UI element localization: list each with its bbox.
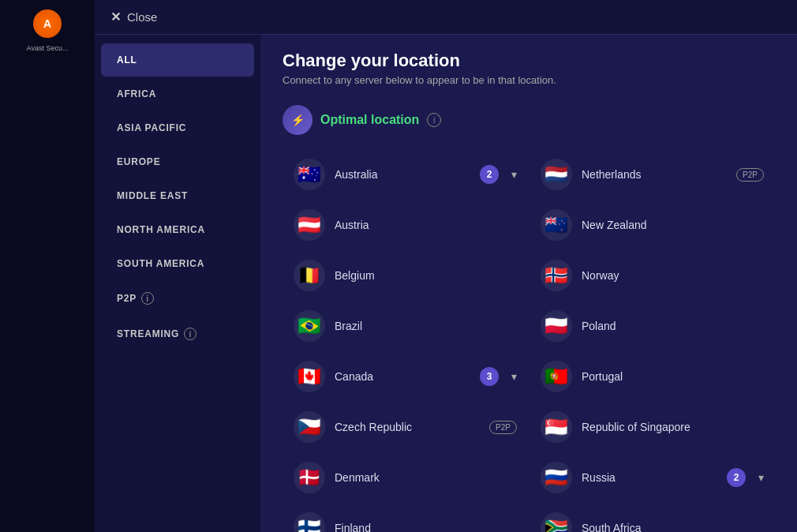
country-item-australia[interactable]: 🇦🇺 Australia 2 ▾ bbox=[283, 149, 528, 200]
expand-canada[interactable]: ▾ bbox=[511, 370, 517, 383]
expand-australia[interactable]: ▾ bbox=[511, 168, 517, 181]
p2p-info-icon: i bbox=[141, 292, 154, 305]
flag-south-africa: 🇿🇦 bbox=[541, 512, 572, 532]
page-title: Change your location bbox=[283, 51, 775, 71]
nav-panel: ALL AFRICA ASIA PACIFIC EUROPE MIDDLE EA… bbox=[95, 35, 260, 532]
country-name-netherlands: Netherlands bbox=[582, 168, 727, 181]
country-name-denmark: Denmark bbox=[335, 471, 517, 484]
flag-canada: 🇨🇦 bbox=[294, 361, 325, 392]
modal-body: ALL AFRICA ASIA PACIFIC EUROPE MIDDLE EA… bbox=[95, 35, 797, 532]
country-item-russia[interactable]: 🇷🇺 Russia 2 ▾ bbox=[529, 452, 775, 503]
country-name-australia: Australia bbox=[335, 168, 470, 181]
country-name-belgium: Belgium bbox=[335, 269, 517, 282]
flag-poland: 🇵🇱 bbox=[541, 310, 572, 342]
country-name-poland: Poland bbox=[582, 320, 764, 332]
flag-czech-republic: 🇨🇿 bbox=[294, 411, 325, 443]
country-item-belgium[interactable]: 🇧🇪 Belgium bbox=[283, 250, 528, 301]
country-item-canada[interactable]: 🇨🇦 Canada 3 ▾ bbox=[283, 351, 528, 402]
flag-brazil: 🇧🇷 bbox=[294, 310, 325, 342]
close-icon: ✕ bbox=[110, 9, 121, 24]
app-sidebar: A Avast Secu... bbox=[0, 0, 95, 532]
flag-norway: 🇳🇴 bbox=[541, 260, 572, 291]
country-item-finland[interactable]: 🇫🇮 Finland bbox=[283, 503, 528, 532]
country-name-norway: Norway bbox=[582, 269, 764, 282]
expand-russia[interactable]: ▾ bbox=[758, 471, 764, 484]
flag-singapore: 🇸🇬 bbox=[541, 411, 572, 443]
nav-item-asia-pacific[interactable]: ASIA PACIFIC bbox=[101, 111, 254, 144]
app-logo: A bbox=[33, 9, 62, 38]
country-item-denmark[interactable]: 🇩🇰 Denmark bbox=[283, 452, 528, 503]
flag-denmark: 🇩🇰 bbox=[294, 462, 325, 493]
flag-netherlands: 🇳🇱 bbox=[541, 159, 572, 190]
country-name-portugal: Portugal bbox=[582, 370, 764, 383]
countries-grid: 🇦🇺 Australia 2 ▾ 🇦🇹 Austria 🇧🇪 Belgium bbox=[283, 149, 775, 532]
close-button[interactable]: ✕ Close bbox=[110, 9, 157, 24]
nav-item-all[interactable]: ALL bbox=[101, 43, 254, 77]
flag-belgium: 🇧🇪 bbox=[294, 260, 325, 291]
server-count-russia: 2 bbox=[727, 468, 746, 487]
country-item-norway[interactable]: 🇳🇴 Norway bbox=[529, 250, 775, 301]
content-scroll: Optimal location i 🇦🇺 Australia 2 ▾ bbox=[260, 94, 797, 532]
flag-new-zealand: 🇳🇿 bbox=[541, 209, 572, 241]
p2p-badge-czech: P2P bbox=[489, 421, 517, 434]
country-item-singapore[interactable]: 🇸🇬 Republic of Singapore bbox=[529, 402, 775, 452]
country-name-czech-republic: Czech Republic bbox=[335, 421, 480, 433]
optimal-location-row[interactable]: Optimal location i bbox=[283, 105, 775, 135]
country-item-new-zealand[interactable]: 🇳🇿 New Zealand bbox=[529, 200, 775, 250]
close-label: Close bbox=[127, 10, 157, 24]
modal-header: ✕ Close bbox=[95, 0, 797, 35]
country-item-south-africa[interactable]: 🇿🇦 South Africa bbox=[529, 503, 775, 532]
country-item-austria[interactable]: 🇦🇹 Austria bbox=[283, 200, 528, 250]
country-name-canada: Canada bbox=[335, 370, 470, 383]
optimal-info-icon[interactable]: i bbox=[427, 113, 441, 127]
flag-australia: 🇦🇺 bbox=[294, 159, 325, 190]
country-item-portugal[interactable]: 🇵🇹 Portugal bbox=[529, 351, 775, 402]
streaming-info-icon: i bbox=[184, 328, 196, 340]
flag-russia: 🇷🇺 bbox=[541, 462, 572, 493]
country-name-south-africa: South Africa bbox=[582, 522, 764, 532]
nav-item-streaming[interactable]: STREAMING i bbox=[101, 317, 254, 351]
country-item-poland[interactable]: 🇵🇱 Poland bbox=[529, 301, 775, 351]
optimal-label: Optimal location bbox=[320, 113, 419, 127]
flag-austria: 🇦🇹 bbox=[294, 209, 325, 241]
flag-finland: 🇫🇮 bbox=[294, 512, 325, 532]
nav-item-south-america[interactable]: SOUTH AMERICA bbox=[101, 247, 254, 280]
nav-item-middle-east[interactable]: MIDDLE EAST bbox=[101, 179, 254, 212]
country-name-singapore: Republic of Singapore bbox=[582, 421, 764, 433]
country-name-austria: Austria bbox=[335, 219, 517, 231]
app-title: Avast Secu... bbox=[27, 44, 69, 52]
content-area: Change your location Connect to any serv… bbox=[260, 35, 797, 532]
country-name-new-zealand: New Zealand bbox=[582, 219, 764, 231]
nav-item-north-america[interactable]: NORTH AMERICA bbox=[101, 213, 254, 246]
nav-item-africa[interactable]: AFRICA bbox=[101, 77, 254, 111]
country-name-russia: Russia bbox=[582, 471, 717, 484]
nav-item-p2p[interactable]: P2P i bbox=[101, 281, 254, 316]
country-name-brazil: Brazil bbox=[335, 320, 517, 332]
optimal-icon bbox=[283, 105, 312, 135]
flag-portugal: 🇵🇹 bbox=[541, 361, 572, 392]
nav-item-europe[interactable]: EUROPE bbox=[101, 145, 254, 178]
page-subtitle: Connect to any server below to appear to… bbox=[283, 74, 775, 86]
country-item-brazil[interactable]: 🇧🇷 Brazil bbox=[283, 301, 528, 351]
content-header: Change your location Connect to any serv… bbox=[260, 35, 797, 94]
country-item-netherlands[interactable]: 🇳🇱 Netherlands P2P bbox=[529, 149, 775, 200]
server-count-canada: 3 bbox=[480, 367, 499, 386]
country-item-czech-republic[interactable]: 🇨🇿 Czech Republic P2P bbox=[283, 402, 528, 452]
country-name-finland: Finland bbox=[335, 522, 517, 532]
p2p-badge-netherlands: P2P bbox=[736, 168, 764, 182]
modal-container: ✕ Close ALL AFRICA ASIA PACIFIC EUROPE M… bbox=[95, 0, 797, 532]
server-count-australia: 2 bbox=[480, 165, 499, 184]
